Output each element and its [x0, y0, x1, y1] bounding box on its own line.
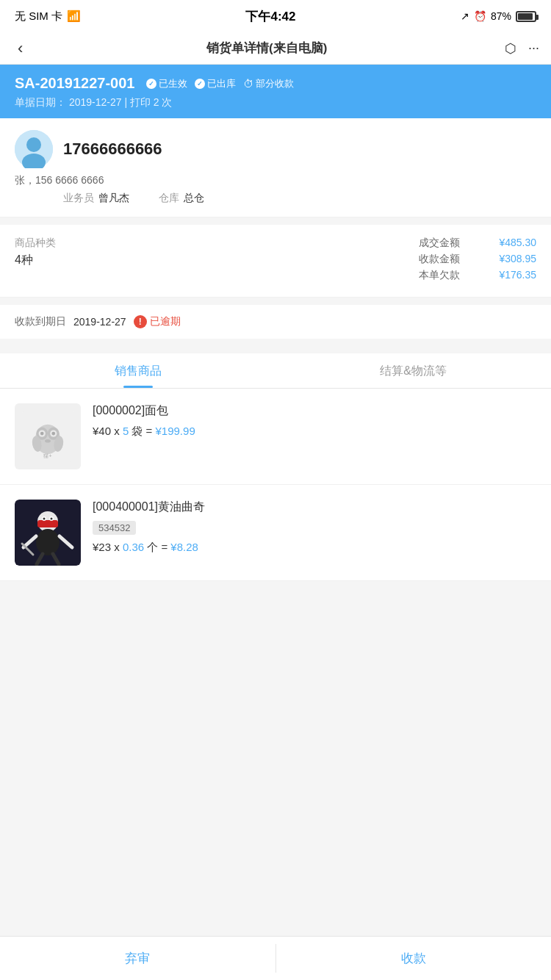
status-tag-effective: 已生效 [146, 77, 187, 90]
tab-settlement[interactable]: 结算&物流等 [276, 353, 551, 388]
status-tags: 已生效 已出库 ⏱ 部分收款 [146, 77, 294, 90]
status-tag-partial: ⏱ 部分收款 [243, 77, 294, 90]
customer-section: 17666666666 张，156 6666 6666 业务员 曾凡杰 仓库 总… [0, 118, 551, 217]
stats-left: 商品种类 4种 [15, 237, 56, 268]
product-thumb-bread: 猫+ [15, 403, 81, 469]
carrier-text: 无 SIM 卡 [15, 10, 62, 24]
received-label: 收款金额 [419, 253, 460, 266]
tabs-section: 销售商品 结算&物流等 [0, 353, 551, 389]
product-equals-2: = [161, 541, 170, 553]
cancel-review-button[interactable]: 弃审 [0, 937, 276, 980]
deal-amount-label: 成交金额 [419, 237, 460, 250]
deal-amount-value: ¥485.30 [478, 237, 536, 250]
product-badge-cookies: 534532 [93, 521, 136, 535]
product-name-bread: [0000002]面包 [93, 403, 536, 419]
order-date: 2019-12-27 [69, 96, 122, 108]
deal-amount-row: 成交金额 ¥485.30 [419, 237, 536, 250]
due-date-value: 2019-12-27 [73, 316, 126, 328]
status-shipped-label: 已出库 [207, 77, 236, 90]
bottom-spacer [0, 581, 551, 640]
svg-point-9 [40, 432, 44, 436]
order-id: SA-20191227-001 [15, 75, 134, 92]
product-equals-1: = [146, 425, 156, 437]
share-icon[interactable]: ⬡ [505, 40, 516, 57]
debt-amount-row: 本单欠款 ¥176.35 [419, 269, 536, 282]
order-header-banner: SA-20191227-001 已生效 已出库 ⏱ 部分收款 单据日期： 201… [0, 65, 551, 118]
nav-right-actions: ⬡ ··· [505, 40, 539, 57]
alarm-icon: ⏰ [474, 10, 486, 22]
debt-label: 本单欠款 [419, 269, 460, 282]
product-multiply-1: x [114, 425, 123, 437]
product-price-unit-bread: ¥40 [93, 425, 111, 437]
overdue-text: 已逾期 [150, 315, 181, 328]
location-icon: ↗ [461, 10, 469, 22]
svg-point-22 [36, 529, 60, 555]
product-total-cookies: ¥8.28 [170, 541, 198, 553]
date-label: 单据日期： [15, 96, 66, 108]
product-price-cookies: ¥23 x 0.36 个 = ¥8.28 [93, 541, 536, 555]
warehouse-meta: 仓库 总仓 [159, 192, 204, 205]
svg-text:猫+: 猫+ [43, 453, 51, 458]
product-multiply-2: x [114, 541, 123, 553]
status-effective-label: 已生效 [159, 77, 187, 90]
due-date-label: 收款到期日 [15, 315, 66, 328]
svg-point-11 [45, 439, 51, 443]
product-total-bread: ¥199.99 [156, 425, 195, 437]
back-button[interactable]: ‹ [12, 36, 29, 61]
category-value: 4种 [15, 253, 33, 268]
svg-point-20 [43, 518, 46, 520]
product-item: 猫+ [0000002]面包 ¥40 x 5 袋 = ¥199.99 [0, 389, 551, 485]
product-qty-cookies: 0.36 [123, 541, 144, 553]
customer-name: 17666666666 [63, 140, 162, 159]
battery-icon [516, 11, 536, 22]
sales-label: 业务员 [63, 192, 94, 205]
product-name-cookies: [000400001]黄油曲奇 [93, 500, 536, 515]
collect-payment-button[interactable]: 收款 [276, 937, 552, 980]
debt-value: ¥176.35 [478, 269, 536, 282]
warehouse-label: 仓库 [159, 192, 179, 205]
status-partial-label: 部分收款 [256, 77, 294, 90]
product-qty-bread: 5 [123, 425, 129, 437]
customer-row: 17666666666 [15, 130, 536, 168]
stats-right: 成交金额 ¥485.30 收款金额 ¥308.95 本单欠款 ¥176.35 [419, 237, 536, 285]
category-label: 商品种类 [15, 237, 56, 250]
order-date-row: 单据日期： 2019-12-27 | 打印 2 次 [15, 96, 536, 109]
tabs-row: 销售商品 结算&物流等 [0, 353, 551, 389]
sales-meta: 业务员 曾凡杰 [63, 192, 129, 205]
overdue-icon: ! [134, 315, 147, 328]
bottom-bar: 弃审 收款 [0, 936, 551, 980]
check-icon-shipped [195, 79, 205, 89]
warehouse-value: 总仓 [184, 192, 204, 205]
nav-bar: ‹ 销货单详情(来自电脑) ⬡ ··· [0, 32, 551, 65]
status-bar: 无 SIM 卡 📶 下午4:42 ↗ ⏰ 87% [0, 0, 551, 32]
status-tag-shipped: 已出库 [195, 77, 236, 90]
product-price-bread: ¥40 x 5 袋 = ¥199.99 [93, 425, 536, 439]
product-price-unit-cookies: ¥23 [93, 541, 111, 553]
more-icon[interactable]: ··· [528, 40, 539, 56]
customer-detail: 张，156 6666 6666 [15, 174, 536, 187]
product-info-cookies: [000400001]黄油曲奇 534532 ¥23 x 0.36 个 = ¥8… [93, 500, 536, 566]
svg-rect-17 [37, 520, 58, 527]
section-divider-2 [0, 298, 551, 305]
product-thumb-cookies [15, 500, 81, 566]
status-right: ↗ ⏰ 87% [461, 10, 536, 22]
product-info-bread: [0000002]面包 ¥40 x 5 袋 = ¥199.99 [93, 403, 536, 469]
svg-point-10 [51, 432, 55, 436]
tab-sales-label: 销售商品 [115, 364, 162, 377]
received-value: ¥308.95 [478, 253, 536, 266]
section-divider-1 [0, 217, 551, 225]
stats-section: 商品种类 4种 成交金额 ¥485.30 收款金额 ¥308.95 本单欠款 ¥… [0, 225, 551, 297]
page-title: 销货单详情(来自电脑) [206, 40, 327, 57]
product-list: 猫+ [0000002]面包 ¥40 x 5 袋 = ¥199.99 [0, 389, 551, 581]
tab-sales-products[interactable]: 销售商品 [0, 353, 276, 388]
status-left: 无 SIM 卡 📶 [15, 10, 81, 24]
customer-meta: 业务员 曾凡杰 仓库 总仓 [63, 192, 536, 205]
received-amount-row: 收款金额 ¥308.95 [419, 253, 536, 266]
tab-settlement-label: 结算&物流等 [380, 364, 447, 377]
due-date-section: 收款到期日 2019-12-27 ! 已逾期 [0, 305, 551, 339]
overdue-badge: ! 已逾期 [134, 315, 181, 328]
wifi-icon: 📶 [67, 10, 81, 23]
product-item-cookies: [000400001]黄油曲奇 534532 ¥23 x 0.36 个 = ¥8… [0, 485, 551, 581]
section-divider-3 [0, 339, 551, 346]
print-info: | 打印 2 次 [124, 96, 172, 108]
